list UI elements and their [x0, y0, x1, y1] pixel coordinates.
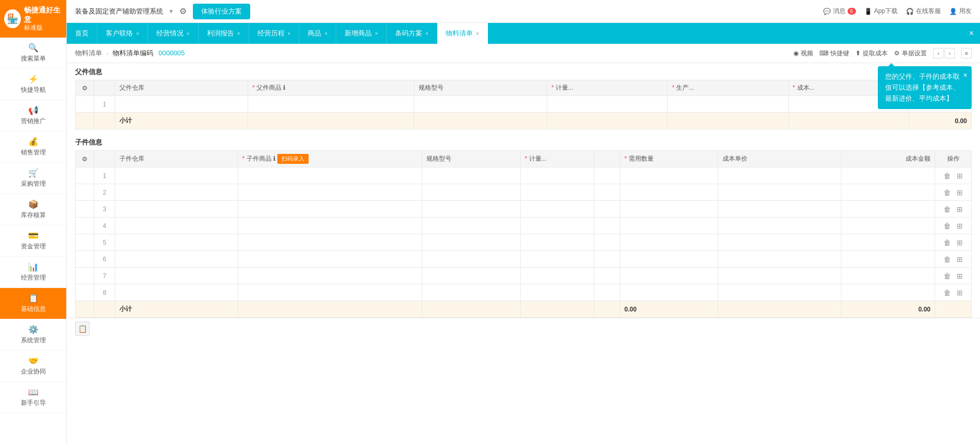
child-row-product[interactable] [238, 234, 422, 251]
tab-barcode[interactable]: 条码方案 × [387, 23, 437, 44]
parent-th-settings[interactable]: ⚙ [76, 80, 94, 96]
sidebar-item-marketing[interactable]: 📢 营销推广 [0, 100, 66, 131]
settings-icon[interactable]: ⚙ [179, 6, 187, 16]
tab-close-icon[interactable]: × [288, 31, 291, 37]
child-row-qty-needed[interactable] [620, 184, 718, 201]
child-row-qty-needed[interactable] [620, 167, 718, 184]
breadcrumb-bom[interactable]: 物料清单 [75, 49, 102, 58]
child-row-spec[interactable] [422, 251, 520, 268]
child-row-qty[interactable] [520, 167, 594, 184]
bottom-icon-button[interactable]: 📋 [75, 321, 90, 336]
parent-row-produce[interactable] [668, 96, 788, 113]
child-row-qty-needed[interactable] [620, 234, 718, 251]
child-row-unit-cost[interactable] [718, 201, 841, 218]
view-video-button[interactable]: ◉ 视频 [793, 49, 813, 58]
child-row-spec[interactable] [422, 268, 520, 284]
child-row-product[interactable] [238, 218, 422, 234]
child-row-warehouse[interactable] [115, 167, 238, 184]
parent-row-spec[interactable] [414, 96, 547, 113]
tab-close-icon[interactable]: × [324, 31, 327, 37]
online-service-button[interactable]: 🎧 在线客服 [906, 7, 941, 16]
child-row-qty[interactable] [520, 184, 594, 201]
delete-row-button[interactable]: 🗑 [942, 254, 952, 265]
child-row-qty-needed[interactable] [620, 268, 718, 284]
sidebar-item-quick-nav[interactable]: ⚡ 快捷导航 [0, 69, 66, 100]
sidebar-item-inventory[interactable]: 📦 库存核算 [0, 194, 66, 225]
extract-cost-button[interactable]: ⬆ 提取成本 [855, 49, 888, 58]
child-row-qty[interactable] [520, 251, 594, 268]
tab-close-icon[interactable]: × [425, 31, 428, 37]
child-row-warehouse[interactable] [115, 234, 238, 251]
dropdown-arrow-icon[interactable]: ▾ [169, 7, 173, 15]
child-row-unit-cost[interactable] [718, 167, 841, 184]
child-row-spec[interactable] [422, 284, 520, 301]
child-row-qty-needed[interactable] [620, 251, 718, 268]
delete-row-button[interactable]: 🗑 [942, 221, 952, 231]
delete-row-button[interactable]: 🗑 [942, 271, 952, 281]
tab-close-icon[interactable]: × [187, 31, 190, 37]
tab-profit[interactable]: 利润报告 × [199, 23, 249, 44]
child-row-warehouse[interactable] [115, 284, 238, 301]
copy-row-button[interactable]: ⊞ [954, 187, 965, 198]
child-row-unit-cost[interactable] [718, 184, 841, 201]
sidebar-item-finance[interactable]: 💳 资金管理 [0, 225, 66, 257]
scan-button[interactable]: 扫码录入 [277, 154, 309, 164]
child-row-unit-cost[interactable] [718, 284, 841, 301]
sidebar-item-purchase[interactable]: 🛒 采购管理 [0, 163, 66, 194]
tab-product[interactable]: 商品 × [299, 23, 336, 44]
child-row-unit-cost[interactable] [718, 268, 841, 284]
copy-row-button[interactable]: ⊞ [954, 271, 965, 281]
delete-row-button[interactable]: 🗑 [942, 204, 952, 214]
child-row-product[interactable] [238, 167, 422, 184]
single-settings-button[interactable]: ⚙ 单据设置 [894, 49, 927, 58]
child-row-qty[interactable] [520, 218, 594, 234]
child-row-product[interactable] [238, 268, 422, 284]
sidebar-item-sales[interactable]: 💰 销售管理 [0, 131, 66, 163]
copy-row-button[interactable]: ⊞ [954, 171, 965, 181]
child-row-warehouse[interactable] [115, 184, 238, 201]
child-row-warehouse[interactable] [115, 268, 238, 284]
delete-row-button[interactable]: 🗑 [942, 237, 952, 248]
child-row-spec[interactable] [422, 234, 520, 251]
close-all-tabs-button[interactable]: × [963, 29, 980, 38]
child-row-qty[interactable] [520, 284, 594, 301]
sidebar-item-search[interactable]: 🔍 搜索菜单 [0, 38, 66, 69]
child-row-qty[interactable] [520, 234, 594, 251]
delete-row-button[interactable]: 🗑 [942, 171, 952, 181]
child-row-qty-needed[interactable] [620, 284, 718, 301]
child-row-warehouse[interactable] [115, 201, 238, 218]
child-row-qty[interactable] [520, 268, 594, 284]
copy-row-button[interactable]: ⊞ [954, 237, 965, 248]
child-row-qty-needed[interactable] [620, 218, 718, 234]
child-row-warehouse[interactable] [115, 251, 238, 268]
child-th-settings[interactable]: ⚙ [76, 151, 94, 167]
tooltip-close-button[interactable]: × [963, 69, 967, 81]
parent-row-qty[interactable] [547, 96, 667, 113]
sidebar-logo[interactable]: 🏪 畅捷通好生意 标准版 [0, 0, 66, 38]
child-row-unit-cost[interactable] [718, 218, 841, 234]
prev-arrow[interactable]: ‹ [933, 48, 944, 58]
tab-ops-status[interactable]: 经营情况 × [148, 23, 199, 44]
child-row-spec[interactable] [422, 167, 520, 184]
copy-row-button[interactable]: ⊞ [954, 254, 965, 265]
message-button[interactable]: 💬 消息 6 [823, 7, 856, 16]
copy-row-button[interactable]: ⊞ [954, 221, 965, 231]
child-row-spec[interactable] [422, 218, 520, 234]
child-row-qty-needed[interactable] [620, 201, 718, 218]
child-row-product[interactable] [238, 284, 422, 301]
sidebar-item-guide[interactable]: 📖 新手引导 [0, 382, 66, 413]
child-row-unit-cost[interactable] [718, 234, 841, 251]
tab-new-product[interactable]: 新增商品 × [336, 23, 387, 44]
next-arrow[interactable]: › [945, 48, 955, 58]
sidebar-item-basic[interactable]: 📋 基础信息 [0, 288, 66, 319]
view-mode-button[interactable]: ≡ [961, 48, 972, 58]
user-button[interactable]: 👤 用友 [949, 7, 972, 16]
parent-row-product[interactable] [248, 96, 414, 113]
child-row-unit-cost[interactable] [718, 251, 841, 268]
child-row-product[interactable] [238, 184, 422, 201]
delete-row-button[interactable]: 🗑 [942, 187, 952, 198]
sidebar-item-corp[interactable]: 🤝 企业协同 [0, 351, 66, 382]
child-row-product[interactable] [238, 201, 422, 218]
tab-close-icon[interactable]: × [237, 31, 240, 37]
parent-row-warehouse[interactable] [115, 96, 248, 113]
